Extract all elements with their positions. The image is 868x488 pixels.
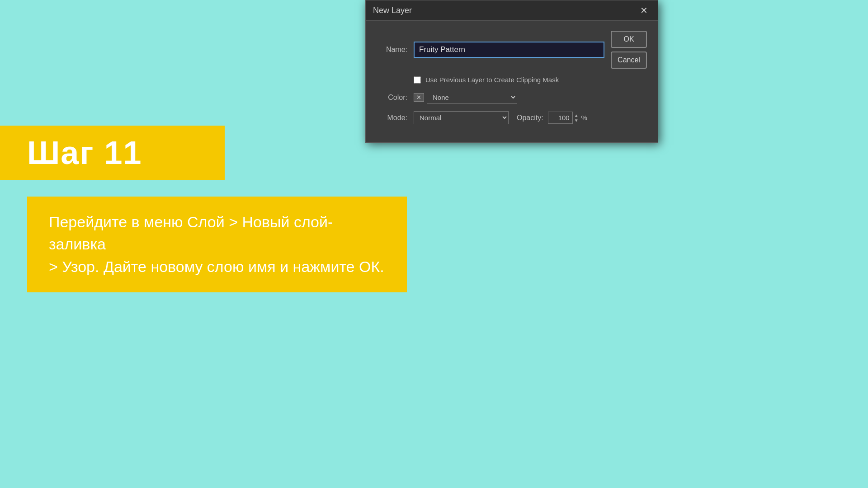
dialog-body: Name: OK Cancel Use Previous Layer to Cr… [366,21,658,142]
opacity-down-arrow[interactable]: ▼ [574,118,579,123]
step-badge: Шаг 11 [0,126,225,180]
opacity-input[interactable] [548,112,573,124]
clipping-mask-checkbox[interactable] [414,76,421,84]
name-label: Name: [377,46,407,54]
mode-select[interactable]: Normal Dissolve Multiply Screen Overlay … [414,111,509,124]
mode-row: Mode: Normal Dissolve Multiply Screen Ov… [377,111,647,124]
opacity-label: Opacity: [517,114,543,122]
color-x-icon: ✕ [414,93,424,102]
dialog-backdrop: New Layer ✕ Name: OK Cancel Use Previous… [357,0,868,488]
dialog-titlebar: New Layer ✕ [366,0,658,21]
step-label: Шаг 11 [27,134,142,171]
opacity-stepper[interactable]: ▲ ▼ [574,113,579,123]
dialog-title: New Layer [373,6,412,15]
cancel-button[interactable]: Cancel [611,52,647,69]
color-select[interactable]: None Red Orange Yellow Green Blue Violet… [427,91,517,104]
instruction-text: Перейдите в меню Слой > Новый слой-залив… [49,211,385,278]
color-row: Color: ✕ None Red Orange Yellow Green Bl… [377,91,647,104]
name-input[interactable] [414,42,604,58]
name-row: Name: OK Cancel [377,31,647,69]
opacity-unit: % [581,114,587,122]
clipping-mask-label: Use Previous Layer to Create Clipping Ma… [425,76,559,84]
checkbox-row: Use Previous Layer to Create Clipping Ma… [414,76,647,84]
new-layer-dialog: New Layer ✕ Name: OK Cancel Use Previous… [365,0,658,143]
opacity-up-arrow[interactable]: ▲ [574,113,579,118]
color-label: Color: [377,94,407,102]
instruction-box: Перейдите в меню Слой > Новый слой-залив… [27,197,407,292]
ok-button[interactable]: OK [611,31,647,48]
mode-label: Mode: [377,114,407,122]
action-buttons: OK Cancel [611,31,647,69]
close-button[interactable]: ✕ [637,5,651,16]
